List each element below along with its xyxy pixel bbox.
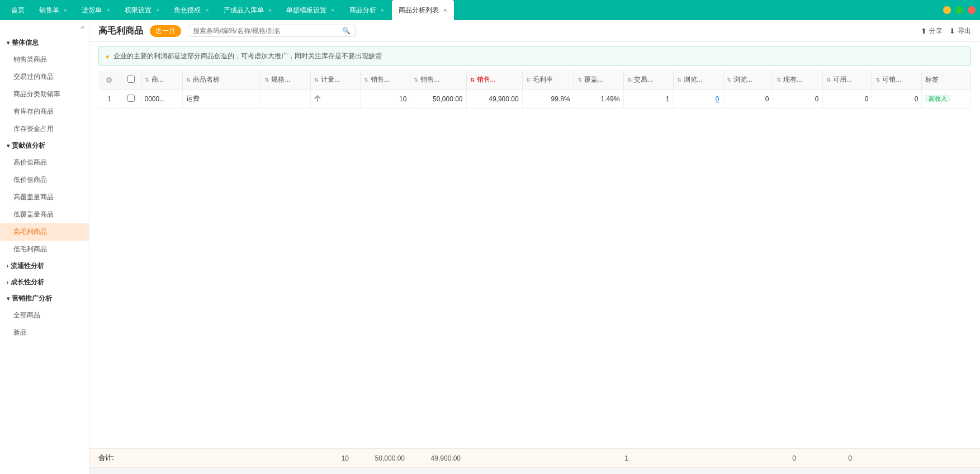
cell-checkbox[interactable] bbox=[121, 90, 141, 109]
cell-browse1[interactable]: 0 bbox=[673, 90, 723, 109]
sidebar-item-new-goods[interactable]: 新品 bbox=[0, 324, 89, 341]
sidebar-item-in-stock-goods[interactable]: 有库存的商品 bbox=[0, 103, 89, 120]
sort-icon-spec: ⇅ bbox=[264, 77, 269, 83]
col-sales-profit[interactable]: ⇅ 销售... bbox=[466, 71, 522, 90]
tag-badge: 高收入 bbox=[925, 95, 950, 102]
nav-role[interactable]: 角色授权 × bbox=[167, 0, 215, 20]
share-button[interactable]: ⬆ 分享 bbox=[921, 26, 943, 36]
col-settings[interactable]: ⚙ bbox=[98, 71, 121, 90]
sidebar-item-category-rate[interactable]: 商品分类助销率 bbox=[0, 86, 89, 103]
col-spec[interactable]: ⇅ 规格... bbox=[261, 71, 311, 90]
row-checkbox[interactable] bbox=[127, 95, 135, 102]
sidebar-item-high-value[interactable]: 高价值商品 bbox=[0, 154, 89, 171]
sidebar-item-stock-capital[interactable]: 库存资金占用 bbox=[0, 120, 89, 138]
select-all-checkbox[interactable] bbox=[127, 76, 135, 83]
cell-stock: 0 bbox=[773, 90, 822, 109]
nav-close-purchase[interactable]: × bbox=[106, 7, 110, 13]
sort-icon-browse1: ⇅ bbox=[677, 77, 681, 83]
sidebar-item-low-coverage[interactable]: 低覆盖量商品 bbox=[0, 206, 89, 223]
bottom-scrollbar[interactable] bbox=[89, 467, 980, 474]
search-box: 🔍 bbox=[188, 25, 356, 37]
sidebar-item-high-coverage[interactable]: 高覆盖量商品 bbox=[0, 189, 89, 206]
col-name[interactable]: ⇅ 商品名称 bbox=[183, 71, 261, 90]
content-area: 高毛利商品 近一月 🔍 ⬆ 分享 ⬇ 导出 ♦ 企业的主要的利润都是这部分 bbox=[89, 20, 980, 474]
sidebar-collapse-btn[interactable]: « bbox=[0, 20, 89, 35]
header-actions: ⬆ 分享 ⬇ 导出 bbox=[921, 26, 971, 36]
col-trade-count[interactable]: ⇅ 交易... bbox=[623, 71, 673, 90]
sidebar-group-contribution[interactable]: ▾ 贡献值分析 bbox=[0, 138, 89, 154]
nav-product-in[interactable]: 产成品入库单 × bbox=[217, 0, 278, 20]
footer-sales-profit: 49,900.00 bbox=[416, 454, 461, 462]
filter-recent-month[interactable]: 近一月 bbox=[150, 25, 181, 37]
product-table: ⚙ ⇅ 商... ⇅ bbox=[98, 71, 971, 109]
footer-sales-amount: 50,000.00 bbox=[360, 454, 405, 462]
col-sales-qty[interactable]: ⇅ 销售... bbox=[361, 71, 410, 90]
info-text: 企业的主要的利润都是这部分商品创造的，可考虑加大推广，同时关注库存是不要出现缺货 bbox=[113, 51, 382, 61]
col-checkbox bbox=[121, 71, 141, 90]
nav-purchase[interactable]: 进货单 × bbox=[75, 0, 116, 20]
export-icon: ⬇ bbox=[949, 27, 955, 35]
nav-template[interactable]: 单据模板设置 × bbox=[280, 0, 341, 20]
cell-code: 0000... bbox=[141, 90, 183, 109]
arrow-overall: ▾ bbox=[7, 40, 10, 46]
nav-product-analysis-list[interactable]: 商品分析列表 × bbox=[392, 0, 453, 20]
sidebar-item-traded-goods[interactable]: 交易过的商品 bbox=[0, 68, 89, 86]
cell-available: 0 bbox=[822, 90, 872, 109]
nav-close-product-analysis[interactable]: × bbox=[381, 7, 384, 13]
nav-close-sales[interactable]: × bbox=[64, 7, 67, 13]
close-button[interactable] bbox=[968, 6, 976, 14]
footer-label: 合计: bbox=[98, 453, 114, 463]
col-coverage[interactable]: ⇅ 覆盖... bbox=[574, 71, 623, 90]
nav-product-analysis[interactable]: 商品分析 × bbox=[343, 0, 391, 20]
sidebar-group-overall[interactable]: ▾ 整体信息 bbox=[0, 35, 89, 51]
arrow-growth: › bbox=[7, 279, 8, 285]
nav-close-permission[interactable]: × bbox=[156, 7, 159, 13]
col-browse2[interactable]: ⇅ 浏览... bbox=[723, 71, 773, 90]
sidebar-group-fluidity[interactable]: › 流通性分析 bbox=[0, 258, 89, 274]
col-unit[interactable]: ⇅ 计量... bbox=[311, 71, 361, 90]
sidebar-group-growth[interactable]: › 成长性分析 bbox=[0, 274, 89, 290]
sidebar-group-marketing[interactable]: ▾ 营销推广分析 bbox=[0, 290, 89, 307]
sidebar-item-low-margin[interactable]: 低毛利商品 bbox=[0, 241, 89, 258]
col-sellable[interactable]: ⇅ 可销... bbox=[872, 71, 922, 90]
nav-sales[interactable]: 销售单 × bbox=[32, 0, 74, 20]
sort-icon-available: ⇅ bbox=[826, 77, 831, 83]
sidebar: « ▾ 整体信息 销售类商品 交易过的商品 商品分类助销率 有库存的商品 库存资… bbox=[0, 20, 89, 474]
arrow-marketing: ▾ bbox=[7, 295, 10, 302]
col-stock[interactable]: ⇅ 现有... bbox=[773, 71, 822, 90]
cell-seq: 1 bbox=[98, 90, 121, 109]
cell-sales-qty: 10 bbox=[361, 90, 410, 109]
sidebar-item-all-goods[interactable]: 全部商品 bbox=[0, 307, 89, 324]
page-title: 高毛利商品 bbox=[98, 25, 143, 37]
cell-trade-count: 1 bbox=[623, 90, 673, 109]
col-browse1[interactable]: ⇅ 浏览... bbox=[673, 71, 723, 90]
nav-close-template[interactable]: × bbox=[331, 7, 334, 13]
info-banner: ♦ 企业的主要的利润都是这部分商品创造的，可考虑加大推广，同时关注库存是不要出现… bbox=[98, 46, 971, 66]
table-footer: 合计: 10 50,000.00 49,900.00 1 0 0 bbox=[89, 448, 980, 467]
nav-permission[interactable]: 权限设置 × bbox=[118, 0, 166, 20]
sidebar-item-sales-goods[interactable]: 销售类商品 bbox=[0, 51, 89, 68]
minimize-button[interactable] bbox=[943, 6, 951, 14]
nav-close-role[interactable]: × bbox=[205, 7, 209, 13]
search-icon[interactable]: 🔍 bbox=[342, 27, 351, 35]
col-code[interactable]: ⇅ 商... bbox=[141, 71, 183, 90]
sidebar-item-low-value[interactable]: 低价值商品 bbox=[0, 171, 89, 189]
nav-home[interactable]: 首页 bbox=[4, 0, 31, 20]
col-gross-rate[interactable]: ⇅ 毛利率 bbox=[522, 71, 574, 90]
maximize-button[interactable] bbox=[955, 6, 963, 14]
sidebar-item-high-margin[interactable]: 高毛利商品 bbox=[0, 223, 89, 241]
export-button[interactable]: ⬇ 导出 bbox=[949, 26, 971, 36]
search-input[interactable] bbox=[193, 27, 339, 35]
nav-close-product-in[interactable]: × bbox=[268, 7, 272, 13]
nav-close-product-analysis-list[interactable]: × bbox=[443, 7, 447, 13]
share-icon: ⬆ bbox=[921, 27, 927, 35]
table-wrapper[interactable]: ⚙ ⇅ 商... ⇅ bbox=[89, 71, 980, 448]
cell-coverage: 1.49% bbox=[574, 90, 623, 109]
sort-icon-gross-rate: ⇅ bbox=[526, 77, 531, 83]
footer-stock: 0 bbox=[751, 454, 796, 462]
arrow-contribution: ▾ bbox=[7, 143, 10, 149]
sort-icon-sales-qty: ⇅ bbox=[364, 77, 368, 83]
col-available[interactable]: ⇅ 可用... bbox=[822, 71, 872, 90]
footer-sales-qty: 10 bbox=[304, 454, 349, 462]
col-sales-amount[interactable]: ⇅ 销售... bbox=[410, 71, 466, 90]
